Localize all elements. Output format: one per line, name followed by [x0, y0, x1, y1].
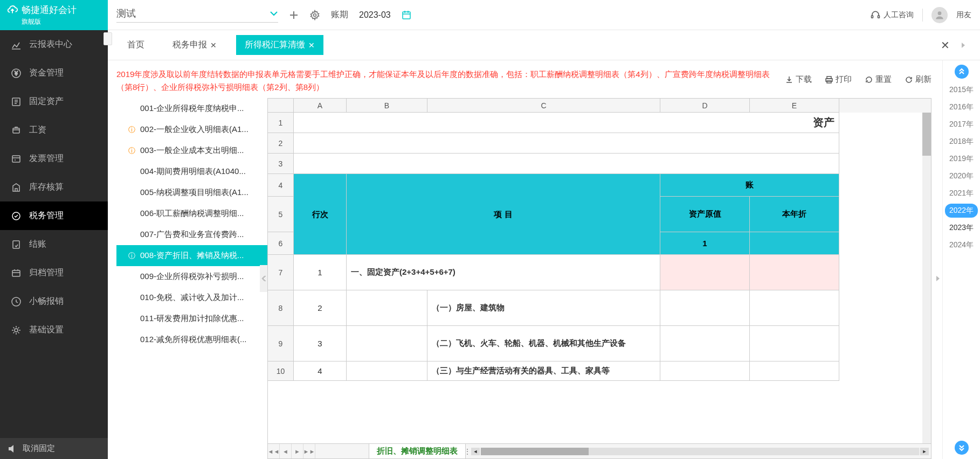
close-all-tabs-button[interactable]: ✕: [941, 39, 950, 52]
sidebar-item-6[interactable]: 税务管理: [0, 201, 108, 230]
sheet-nav-next[interactable]: ►: [292, 444, 303, 458]
year-scroll-up[interactable]: [955, 65, 969, 79]
print-button[interactable]: 打印: [825, 74, 852, 85]
year-item-2016年[interactable]: 2016年: [945, 100, 978, 114]
col-header-A[interactable]: A: [294, 99, 347, 113]
tabs-expand-button[interactable]: [961, 34, 969, 56]
sidebar-item-7[interactable]: 结账: [0, 230, 108, 259]
row-header-1[interactable]: 1: [268, 113, 294, 133]
form-tree-item-8[interactable]: 009-企业所得税弥补亏损明...: [116, 266, 267, 287]
row-header-6[interactable]: 6: [268, 232, 294, 255]
col-header-B[interactable]: B: [347, 99, 427, 113]
year-item-2021年[interactable]: 2021年: [945, 186, 978, 200]
year-item-2015年[interactable]: 2015年: [945, 83, 978, 97]
sidebar-item-8[interactable]: 归档管理: [0, 259, 108, 287]
cell-text[interactable]: （三）与生产经营活动有关的器具、工具、家具等: [427, 361, 660, 381]
year-scroll-down[interactable]: [955, 441, 969, 455]
form-tree-item-0[interactable]: 001-企业所得税年度纳税申...: [116, 98, 267, 119]
sheet-nav-first[interactable]: ◄◄: [268, 444, 280, 458]
add-account-button[interactable]: [289, 10, 299, 20]
year-item-2020年[interactable]: 2020年: [945, 169, 978, 183]
sheet-splitter[interactable]: ⋮: [466, 447, 469, 456]
cell-value[interactable]: [750, 290, 839, 326]
sidebar-item-1[interactable]: ¥资金管理: [0, 59, 108, 87]
cell-text[interactable]: 一、固定资产(2+3+4+5+6+7): [347, 255, 660, 290]
tab-2[interactable]: 所得税汇算清缴✕: [236, 35, 323, 55]
form-tree-item-11[interactable]: 012-减免所得税优惠明细表(...: [116, 329, 267, 350]
sheet-nav-prev[interactable]: ◄: [280, 444, 292, 458]
row-header-4[interactable]: 4: [268, 174, 294, 197]
settings-button[interactable]: [309, 10, 320, 20]
account-selector[interactable]: 测试: [116, 7, 278, 23]
cell-value[interactable]: [660, 326, 750, 361]
row-header-10[interactable]: 10: [268, 361, 294, 381]
cell-value[interactable]: [750, 255, 839, 290]
refresh-button[interactable]: 刷新: [905, 74, 931, 85]
row-header-5[interactable]: 5: [268, 197, 294, 232]
form-tree-item-2[interactable]: ⓘ003-一般企业成本支出明细...: [116, 140, 267, 161]
sidebar-collapse-handle[interactable]: [103, 32, 112, 45]
sidebar-item-3[interactable]: 工资: [0, 116, 108, 144]
sheet-expand-handle[interactable]: [934, 98, 942, 459]
cell-value[interactable]: [660, 361, 750, 381]
form-tree-item-7[interactable]: ⓘ008-资产折旧、摊销及纳税...: [116, 245, 267, 266]
cell-value[interactable]: [660, 255, 750, 290]
cell-value[interactable]: [660, 290, 750, 326]
form-tree-item-3[interactable]: 004-期间费用明细表(A1040...: [116, 161, 267, 182]
col-header-C[interactable]: C: [427, 99, 660, 113]
tab-close-icon[interactable]: ✕: [210, 41, 217, 50]
title-cell[interactable]: 资产: [294, 113, 839, 133]
sidebar-item-2[interactable]: 固定资产: [0, 87, 108, 116]
sheet-nav-last[interactable]: ►►: [303, 444, 315, 458]
row-header-8[interactable]: 8: [268, 290, 294, 326]
row-header-9[interactable]: 9: [268, 326, 294, 361]
col-header-D[interactable]: D: [660, 99, 750, 113]
cell-text[interactable]: （一）房屋、建筑物: [427, 290, 660, 326]
sidebar-item-5[interactable]: 库存核算: [0, 173, 108, 201]
cell-rownum[interactable]: 1: [294, 255, 347, 290]
sidebar-unpin[interactable]: 取消固定: [0, 438, 108, 459]
cell[interactable]: [347, 361, 427, 381]
vscrollbar[interactable]: [922, 113, 931, 443]
year-item-2022年[interactable]: 2022年: [945, 204, 978, 218]
col-header-E[interactable]: E: [750, 99, 839, 113]
sidebar-item-4[interactable]: 发票管理: [0, 144, 108, 173]
empty-cell[interactable]: [294, 133, 839, 154]
year-item-2024年[interactable]: 2024年: [945, 238, 978, 252]
tree-collapse-handle[interactable]: [260, 265, 267, 292]
form-tree-item-9[interactable]: 010-免税、减计收入及加计...: [116, 287, 267, 308]
cell-value[interactable]: [750, 361, 839, 381]
tab-1[interactable]: 税务申报✕: [164, 35, 225, 55]
empty-cell[interactable]: [294, 154, 839, 174]
cell[interactable]: [347, 326, 427, 361]
hscroll-left-icon[interactable]: ◄: [471, 448, 480, 455]
hscroll-right-icon[interactable]: ►: [920, 448, 929, 455]
sidebar-item-9[interactable]: 小畅报销: [0, 287, 108, 316]
form-tree-item-1[interactable]: ⓘ002-一般企业收入明细表(A1...: [116, 119, 267, 140]
year-item-2019年[interactable]: 2019年: [945, 152, 978, 166]
cell-value[interactable]: [750, 326, 839, 361]
row-header-2[interactable]: 2: [268, 133, 294, 154]
sheet-hscrollbar[interactable]: ◄ ►: [471, 448, 929, 455]
sidebar-item-0[interactable]: 云报表中心: [0, 30, 108, 59]
form-tree-item-4[interactable]: 005-纳税调整项目明细表(A1...: [116, 182, 267, 203]
calendar-icon[interactable]: [402, 10, 411, 20]
cell-rownum[interactable]: 2: [294, 290, 347, 326]
sidebar-item-10[interactable]: 基础设置: [0, 316, 108, 344]
user-avatar[interactable]: [931, 7, 948, 23]
year-item-2023年[interactable]: 2023年: [945, 221, 978, 235]
form-tree-item-6[interactable]: 007-广告费和业务宣传费跨...: [116, 224, 267, 245]
cell-rownum[interactable]: 4: [294, 361, 347, 381]
form-tree-item-10[interactable]: 011-研发费用加计扣除优惠...: [116, 308, 267, 329]
form-tree-item-5[interactable]: 006-职工薪酬纳税调整明细...: [116, 203, 267, 224]
tab-0[interactable]: 首页: [119, 35, 153, 55]
year-item-2018年[interactable]: 2018年: [945, 135, 978, 149]
cell-rownum[interactable]: 3: [294, 326, 347, 361]
sheet-tab-active[interactable]: 折旧、摊销调整明细表: [369, 444, 466, 458]
support-button[interactable]: 人工咨询: [871, 10, 914, 20]
row-header-7[interactable]: 7: [268, 255, 294, 290]
reset-button[interactable]: 重置: [865, 74, 892, 85]
cell[interactable]: [347, 290, 427, 326]
cell-text[interactable]: （二）飞机、火车、轮船、机器、机械和其他生产设备: [427, 326, 660, 361]
tab-close-icon[interactable]: ✕: [308, 41, 315, 50]
